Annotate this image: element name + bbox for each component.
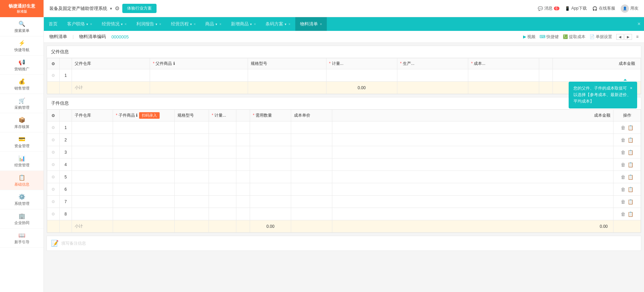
- child-row-1-cost-amount[interactable]: [332, 121, 614, 134]
- close-all-tabs-btn[interactable]: ×: [634, 21, 644, 27]
- sidebar-item-operations[interactable]: 📊 经营管理: [0, 152, 44, 171]
- child-row-5-unit[interactable]: [209, 171, 236, 183]
- child-row-5-goods[interactable]: [113, 171, 175, 183]
- sidebar-item-search[interactable]: 🔍 搜索菜单: [0, 17, 44, 36]
- child-row-1-unit[interactable]: [209, 121, 236, 134]
- extract-cost-btn[interactable]: 💹 提取成本: [563, 34, 585, 40]
- parent-row-1-spec[interactable]: [248, 69, 326, 82]
- tab-close-icon[interactable]: ×: [288, 22, 290, 26]
- parent-row-1-warehouse[interactable]: [72, 69, 150, 82]
- copy-icon[interactable]: 📋: [628, 187, 633, 192]
- user-item[interactable]: 👤 用友: [621, 4, 639, 13]
- child-row-4-unit[interactable]: [209, 159, 236, 171]
- delete-icon[interactable]: 🗑: [621, 199, 626, 205]
- tab-close-icon[interactable]: ×: [194, 22, 196, 26]
- child-row-7-spec[interactable]: [175, 196, 209, 208]
- child-row-8-unit-cost[interactable]: [291, 208, 332, 220]
- sidebar-item-enterprise[interactable]: 🏢 企业协同: [0, 209, 44, 229]
- tab-close-icon[interactable]: ×: [159, 22, 161, 26]
- tab-operations[interactable]: 经营情况 ▾ ×: [97, 17, 132, 31]
- child-row-4-unit-cost[interactable]: [291, 159, 332, 171]
- note-placeholder[interactable]: 填写备注信息: [61, 241, 86, 246]
- child-row-7-quantity[interactable]: [250, 196, 291, 208]
- child-row-2-spec[interactable]: [175, 134, 209, 146]
- child-row-6-goods[interactable]: [113, 183, 175, 196]
- child-col-gear[interactable]: ⚙: [47, 110, 60, 121]
- tab-customers[interactable]: 客户联络 ▾ ×: [62, 17, 97, 31]
- child-row-2-unit[interactable]: [209, 134, 236, 146]
- child-row-4-spec[interactable]: [175, 159, 209, 171]
- child-row-5-unit-cost[interactable]: [291, 171, 332, 183]
- child-row-2-cost-amount[interactable]: [332, 134, 614, 146]
- child-row-5-warehouse[interactable]: [72, 171, 113, 183]
- tab-bom[interactable]: 物料清单 ×: [295, 17, 327, 31]
- child-row-2-warehouse[interactable]: [72, 134, 113, 146]
- message-item[interactable]: 💬 消息 6: [538, 5, 559, 11]
- child-row-4-cost-amount[interactable]: [332, 159, 614, 171]
- scan-input-btn[interactable]: 扫码录入: [139, 112, 160, 119]
- tab-close-icon[interactable]: ×: [90, 22, 92, 26]
- child-row-2-unit-cost[interactable]: [291, 134, 332, 146]
- child-row-3-quantity[interactable]: [250, 146, 291, 159]
- sidebar-item-inventory[interactable]: 📦 库存核算: [0, 113, 44, 132]
- child-row-4-warehouse[interactable]: [72, 159, 113, 171]
- parent-row-1-cost-amount[interactable]: [553, 69, 641, 82]
- parent-row-1-cost[interactable]: [468, 69, 539, 82]
- parent-row-1-mfg[interactable]: [397, 69, 468, 82]
- child-row-7-unit-cost[interactable]: [291, 196, 332, 208]
- online-service-item[interactable]: 🎧 在线客服: [592, 5, 615, 11]
- tab-history[interactable]: 经营历程 ▾ ×: [166, 17, 201, 31]
- child-row-1-quantity[interactable]: [250, 121, 291, 134]
- view-video-btn[interactable]: ▶ 视频: [523, 34, 535, 40]
- tab-close-icon[interactable]: ×: [219, 22, 221, 26]
- child-row-7-cost-amount[interactable]: [332, 196, 614, 208]
- child-row-3-cost-amount[interactable]: [332, 146, 614, 159]
- sidebar-item-quick-nav[interactable]: ⚡ 快捷导航: [0, 36, 44, 56]
- parent-row-1-goods[interactable]: [150, 69, 248, 82]
- settings-gear-icon[interactable]: ⚙: [115, 5, 120, 12]
- tab-home[interactable]: 首页: [44, 17, 62, 31]
- parent-col-gear[interactable]: ⚙: [47, 58, 60, 69]
- prev-record-btn[interactable]: ◀: [616, 34, 624, 40]
- next-record-btn[interactable]: ▶: [624, 34, 632, 40]
- sidebar-item-sales[interactable]: 💰 销售管理: [0, 75, 44, 94]
- trial-btn[interactable]: 体验行业方案: [122, 4, 157, 13]
- tab-profit[interactable]: 利润报告 ▾ ×: [132, 17, 166, 31]
- tab-new-goods[interactable]: 新增商品 ▾ ×: [226, 17, 261, 31]
- view-toggle-icon[interactable]: ≡: [636, 34, 639, 39]
- child-row-1-spec[interactable]: [175, 121, 209, 134]
- delete-icon[interactable]: 🗑: [621, 174, 626, 180]
- tab-close-icon[interactable]: ×: [320, 22, 322, 26]
- sidebar-item-basic-info[interactable]: 📋 基础信息: [0, 171, 44, 190]
- tab-close-icon[interactable]: ×: [125, 22, 127, 26]
- copy-icon[interactable]: 📋: [628, 150, 633, 155]
- child-row-3-warehouse[interactable]: [72, 146, 113, 159]
- sidebar-item-system[interactable]: ⚙️ 系统管理: [0, 190, 44, 209]
- sidebar-item-purchase[interactable]: 🛒 采购管理: [0, 94, 44, 113]
- delete-icon[interactable]: 🗑: [621, 211, 626, 217]
- sidebar-item-marketing[interactable]: 📢 营销推广: [0, 56, 44, 75]
- doc-settings-btn[interactable]: 📄 单据设置: [590, 34, 612, 40]
- child-row-6-spec[interactable]: [175, 183, 209, 196]
- child-row-4-goods[interactable]: [113, 159, 175, 171]
- sidebar-item-finance[interactable]: 💳 资金管理: [0, 132, 44, 152]
- child-row-3-unit[interactable]: [209, 146, 236, 159]
- child-row-2-goods[interactable]: [113, 134, 175, 146]
- child-row-3-spec[interactable]: [175, 146, 209, 159]
- tab-close-icon[interactable]: ×: [254, 22, 256, 26]
- copy-icon[interactable]: 📋: [628, 211, 633, 217]
- copy-icon[interactable]: 📋: [628, 162, 633, 167]
- child-row-8-warehouse[interactable]: [72, 208, 113, 220]
- copy-icon[interactable]: 📋: [628, 137, 633, 143]
- child-row-6-cost-amount[interactable]: [332, 183, 614, 196]
- tab-barcode[interactable]: 条码方案 ▾ ×: [261, 17, 295, 31]
- child-row-4-quantity[interactable]: [250, 159, 291, 171]
- delete-icon[interactable]: 🗑: [621, 137, 626, 143]
- dropdown-arrow-icon[interactable]: ▾: [110, 6, 112, 11]
- child-row-3-unit-cost[interactable]: [291, 146, 332, 159]
- app-download-item[interactable]: 📱 App下载: [565, 5, 587, 11]
- child-row-5-spec[interactable]: [175, 171, 209, 183]
- child-row-1-unit-cost[interactable]: [291, 121, 332, 134]
- child-row-8-quantity[interactable]: [250, 208, 291, 220]
- copy-icon[interactable]: 📋: [628, 174, 633, 180]
